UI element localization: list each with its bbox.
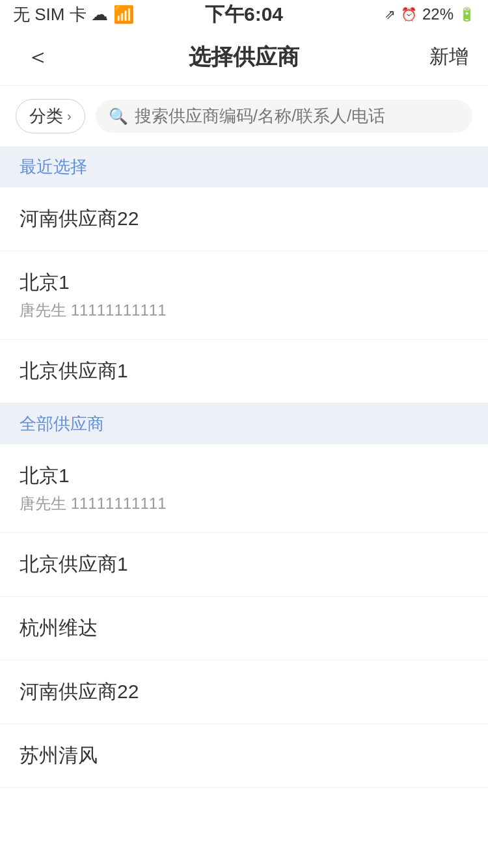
list-item[interactable]: 北京供应商1 <box>0 340 488 403</box>
list-item[interactable]: 北京供应商1 <box>0 533 488 597</box>
list-item[interactable]: 河南供应商22 <box>0 660 488 724</box>
all-list: 北京1 唐先生 11111111111 北京供应商1 杭州维达 河南供应商22 … <box>0 444 488 788</box>
search-icon: 🔍 <box>109 107 128 126</box>
recent-section-header: 最近选择 <box>0 146 488 187</box>
wifi-icon: 📶 <box>113 5 134 25</box>
filter-bar: 分类 › 🔍 <box>0 86 488 146</box>
status-time: 下午6:04 <box>205 1 283 28</box>
all-section-title: 全部供应商 <box>20 414 104 433</box>
category-filter-button[interactable]: 分类 › <box>16 99 85 133</box>
status-left: 无 SIM 卡 ☁ 📶 <box>13 3 134 26</box>
list-item[interactable]: 苏州清风 <box>0 724 488 788</box>
alarm-icon: ⏰ <box>401 7 417 22</box>
item-name: 北京1 <box>20 269 468 296</box>
new-add-button[interactable]: 新增 <box>429 44 468 70</box>
back-button[interactable]: ＜ <box>20 34 56 79</box>
search-box: 🔍 <box>96 100 472 133</box>
recent-list: 河南供应商22 北京1 唐先生 11111111111 北京供应商1 <box>0 187 488 403</box>
location-icon: ⇗ <box>385 7 396 22</box>
status-bar: 无 SIM 卡 ☁ 📶 下午6:04 ⇗ ⏰ 22% 🔋 <box>0 0 488 29</box>
list-item[interactable]: 河南供应商22 <box>0 187 488 251</box>
list-item[interactable]: 杭州维达 <box>0 597 488 660</box>
chevron-right-icon: › <box>67 109 72 124</box>
recent-section-title: 最近选择 <box>20 157 87 176</box>
nav-bar: ＜ 选择供应商 新增 <box>0 29 488 86</box>
status-right: ⇗ ⏰ 22% 🔋 <box>385 5 475 23</box>
item-name: 北京供应商1 <box>20 358 468 385</box>
item-sub: 唐先生 11111111111 <box>20 493 468 514</box>
item-name: 苏州清风 <box>20 742 468 769</box>
item-name: 杭州维达 <box>20 615 468 642</box>
battery-icon: 🔋 <box>459 7 475 22</box>
item-name: 河南供应商22 <box>20 206 468 232</box>
list-item[interactable]: 北京1 唐先生 11111111111 <box>0 251 488 340</box>
page-title: 选择供应商 <box>189 42 299 72</box>
battery-level: 22% <box>422 5 454 23</box>
all-section-header: 全部供应商 <box>0 403 488 444</box>
list-item[interactable]: 北京1 唐先生 11111111111 <box>0 444 488 533</box>
item-name: 河南供应商22 <box>20 679 468 705</box>
item-sub: 唐先生 11111111111 <box>20 300 468 321</box>
sim-status: 无 SIM 卡 ☁ <box>13 3 108 26</box>
category-label: 分类 <box>29 105 63 128</box>
item-name: 北京供应商1 <box>20 551 468 578</box>
search-input[interactable] <box>135 106 459 126</box>
item-name: 北京1 <box>20 463 468 489</box>
